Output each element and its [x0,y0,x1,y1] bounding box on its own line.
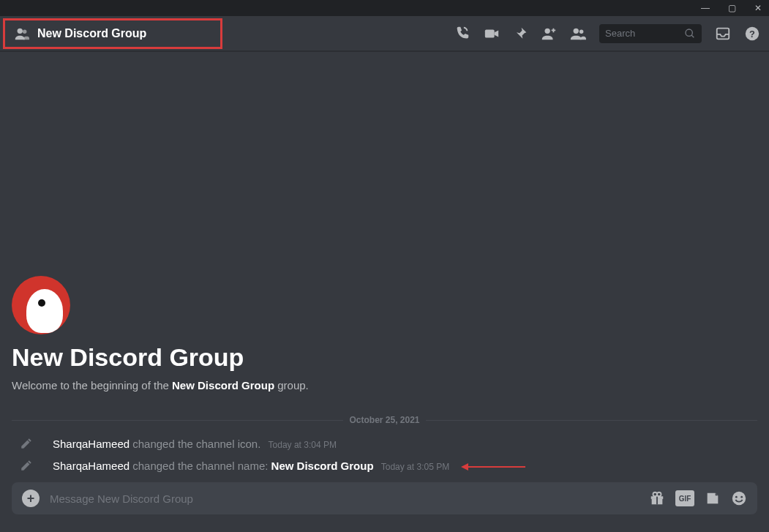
start-voice-call-icon[interactable] [454,26,470,42]
close-button[interactable]: ✕ [751,3,765,13]
header-toolbar: ? [454,24,760,43]
date-divider: October 25, 2021 [12,415,757,425]
gift-icon[interactable] [649,490,665,506]
search-box[interactable] [599,24,702,43]
channel-name-heading: New Discord Group [12,343,757,372]
svg-point-1 [23,29,26,34]
composer-icons: GIF [649,490,747,506]
search-icon [684,28,696,40]
message-composer[interactable]: + GIF [12,482,757,514]
divider-date: October 25, 2021 [349,415,419,425]
svg-point-4 [574,28,579,33]
divider-line [426,420,757,421]
svg-point-15 [657,492,661,497]
message-body: changed the channel name: [130,460,271,472]
window-titlebar: — ▢ ✕ [0,0,769,16]
system-message: SharqaHameed changed the channel icon. T… [12,432,757,454]
message-time: Today at 3:04 PM [269,440,337,450]
start-video-call-icon[interactable] [484,26,500,42]
welcome-prefix: Welcome to the beginning of the [12,379,172,391]
channel-header: New Discord Group ? [0,16,769,51]
group-avatar [12,276,70,334]
group-dm-icon [14,26,30,42]
add-friends-icon[interactable] [541,26,557,42]
message-author: SharqaHameed [53,460,130,472]
svg-point-18 [732,492,746,505]
pencil-icon [12,437,41,450]
minimize-button[interactable]: — [699,3,712,13]
message-author: SharqaHameed [53,438,130,450]
svg-point-3 [545,28,550,33]
message-time: Today at 3:05 PM [381,462,449,472]
svg-text:GIF: GIF [679,495,691,503]
system-message-text: SharqaHameed changed the channel name: N… [53,460,525,472]
svg-point-5 [579,29,584,34]
svg-rect-13 [656,496,658,504]
emoji-icon[interactable] [731,490,747,506]
messages-area: New Discord Group Welcome to the beginni… [0,51,769,482]
inbox-icon[interactable] [715,26,731,42]
svg-text:?: ? [749,28,755,39]
message-body: changed the channel icon. [130,438,263,450]
channel-title: New Discord Group [37,27,146,40]
member-list-icon[interactable] [570,26,586,42]
divider-line [12,420,343,421]
welcome-text: Welcome to the beginning of the New Disc… [12,379,757,391]
system-message-text: SharqaHameed changed the channel icon. T… [53,438,337,450]
composer-area: + GIF [0,482,769,532]
pencil-icon [12,459,41,472]
message-input[interactable] [50,492,639,505]
search-input[interactable] [605,28,684,39]
gif-icon[interactable]: GIF [675,490,694,506]
svg-point-6 [686,29,692,36]
pinned-messages-icon[interactable] [513,26,528,41]
annotation-arrow [467,466,525,468]
welcome-bold: New Discord Group [172,379,274,391]
sticker-icon[interactable] [705,490,721,506]
help-icon[interactable]: ? [744,26,760,42]
svg-line-7 [691,35,694,37]
message-bold: New Discord Group [271,460,374,472]
svg-point-19 [735,496,738,498]
attach-button[interactable]: + [22,490,40,507]
system-message: SharqaHameed changed the channel name: N… [12,454,757,476]
svg-point-0 [18,28,23,33]
welcome-suffix: group. [274,379,309,391]
maximize-button[interactable]: ▢ [725,3,738,13]
svg-point-20 [740,496,743,498]
channel-header-left: New Discord Group [3,18,222,49]
svg-rect-2 [485,29,495,37]
channel-intro: New Discord Group Welcome to the beginni… [12,276,757,391]
